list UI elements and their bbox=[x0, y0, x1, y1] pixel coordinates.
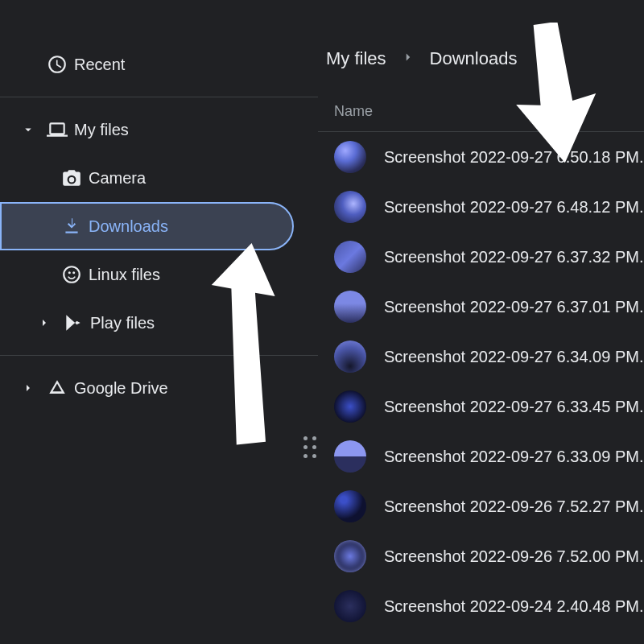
laptop-icon bbox=[40, 119, 74, 140]
file-name: Screenshot 2022-09-26 7.52.27 PM. bbox=[384, 497, 643, 516]
sidebar-item-label: Play files bbox=[90, 314, 318, 332]
breadcrumb-current: Downloads bbox=[430, 48, 518, 69]
file-name: Screenshot 2022-09-27 6.50.18 PM. bbox=[384, 148, 643, 167]
breadcrumb: My files Downloads bbox=[318, 40, 644, 92]
file-thumbnail bbox=[334, 291, 366, 323]
sidebar-item-my-files[interactable]: My files bbox=[0, 105, 318, 154]
file-thumbnail bbox=[334, 540, 366, 572]
file-row[interactable]: Screenshot 2022-09-26 7.52.27 PM. bbox=[318, 481, 644, 531]
file-row[interactable]: Screenshot 2022-09-27 6.37.32 PM. bbox=[318, 232, 644, 282]
download-icon bbox=[55, 216, 89, 237]
file-name: Screenshot 2022-09-27 6.37.32 PM. bbox=[384, 248, 643, 266]
chevron-right-icon bbox=[16, 382, 40, 394]
file-name: Screenshot 2022-09-26 7.52.00 PM. bbox=[384, 547, 643, 566]
file-thumbnail bbox=[334, 490, 366, 522]
play-store-icon bbox=[56, 312, 90, 333]
sidebar-item-linux-files[interactable]: Linux files bbox=[0, 250, 318, 299]
chevron-right-icon bbox=[401, 48, 415, 69]
main-panel: My files Downloads Name Screenshot 2022-… bbox=[318, 0, 644, 644]
file-thumbnail bbox=[334, 440, 366, 473]
file-name: Screenshot 2022-09-27 6.48.12 PM. bbox=[384, 198, 643, 217]
svg-point-1 bbox=[68, 271, 71, 274]
divider bbox=[0, 355, 318, 356]
svg-point-0 bbox=[64, 266, 80, 283]
file-row[interactable]: Screenshot 2022-09-27 6.33.09 PM. bbox=[318, 431, 644, 481]
sidebar: Recent My files Camera Downloads bbox=[0, 0, 318, 644]
pane-resize-handle[interactable] bbox=[303, 436, 317, 459]
sidebar-item-downloads[interactable]: Downloads bbox=[0, 202, 294, 250]
sidebar-item-google-drive[interactable]: Google Drive bbox=[0, 364, 318, 412]
file-row[interactable]: Screenshot 2022-09-24 2.40.48 PM. bbox=[318, 581, 644, 631]
file-name: Screenshot 2022-09-27 6.33.45 PM. bbox=[384, 398, 643, 416]
sidebar-item-label: Downloads bbox=[89, 217, 292, 236]
file-name: Screenshot 2022-09-27 6.33.09 PM. bbox=[384, 448, 643, 466]
file-name: Screenshot 2022-09-27 6.34.09 PM. bbox=[384, 348, 643, 366]
clock-icon bbox=[40, 54, 74, 75]
camera-icon bbox=[55, 167, 89, 188]
file-thumbnail bbox=[334, 191, 366, 223]
chevron-right-icon bbox=[32, 316, 56, 329]
breadcrumb-root[interactable]: My files bbox=[326, 48, 386, 69]
file-thumbnail bbox=[334, 241, 366, 273]
file-thumbnail bbox=[334, 590, 366, 622]
linux-icon bbox=[55, 264, 89, 285]
chevron-down-icon bbox=[16, 122, 40, 137]
file-row[interactable]: Screenshot 2022-09-27 6.37.01 PM. bbox=[318, 282, 644, 332]
file-row[interactable]: Screenshot 2022-09-27 6.48.12 PM. bbox=[318, 182, 644, 232]
sidebar-item-play-files[interactable]: Play files bbox=[0, 299, 318, 347]
column-header-name[interactable]: Name bbox=[318, 92, 644, 132]
file-row[interactable]: Screenshot 2022-09-27 6.34.09 PM. bbox=[318, 332, 644, 382]
google-drive-icon bbox=[40, 378, 74, 398]
file-row[interactable]: Screenshot 2022-09-27 6.50.18 PM. bbox=[318, 132, 644, 182]
sidebar-item-label: Camera bbox=[89, 169, 318, 188]
sidebar-item-label: My files bbox=[74, 121, 318, 139]
file-list: Screenshot 2022-09-27 6.50.18 PM. Screen… bbox=[318, 132, 644, 631]
divider bbox=[0, 97, 318, 97]
sidebar-item-label: Google Drive bbox=[74, 379, 318, 398]
file-row[interactable]: Screenshot 2022-09-26 7.52.00 PM. bbox=[318, 531, 644, 581]
sidebar-item-label: Linux files bbox=[89, 266, 318, 284]
file-thumbnail bbox=[334, 390, 366, 423]
file-thumbnail bbox=[334, 141, 366, 173]
file-name: Screenshot 2022-09-27 6.37.01 PM. bbox=[384, 298, 643, 316]
file-name: Screenshot 2022-09-24 2.40.48 PM. bbox=[384, 597, 643, 616]
sidebar-item-recent[interactable]: Recent bbox=[0, 40, 318, 89]
file-thumbnail bbox=[334, 341, 366, 373]
svg-point-2 bbox=[72, 271, 75, 274]
sidebar-item-label: Recent bbox=[74, 56, 318, 74]
sidebar-item-camera[interactable]: Camera bbox=[0, 154, 318, 202]
file-row[interactable]: Screenshot 2022-09-27 6.33.45 PM. bbox=[318, 382, 644, 431]
